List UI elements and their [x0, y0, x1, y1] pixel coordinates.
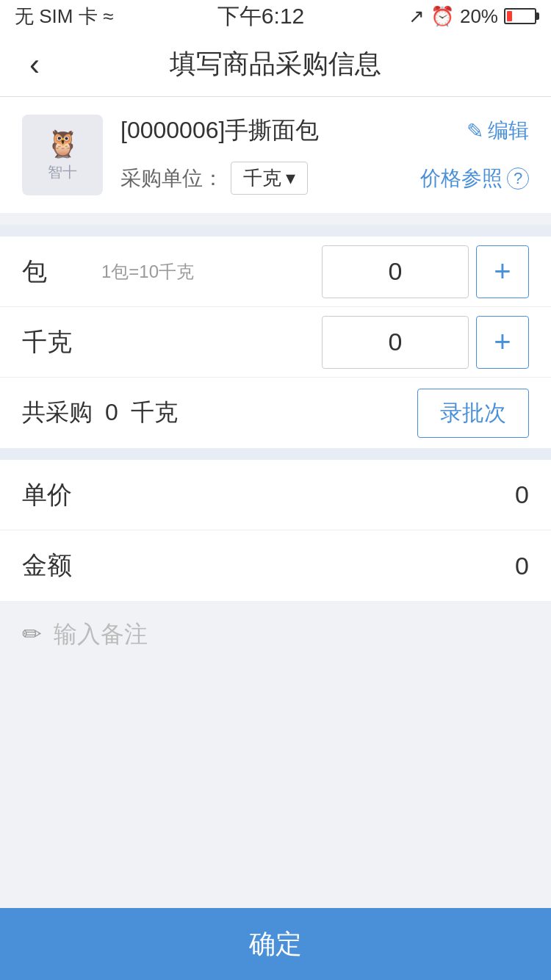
location-icon: ↗: [408, 5, 425, 28]
product-info: [0000006]手撕面包 ✎ 编辑 采购单位： 千克 ▾ 价格参照 ?: [120, 115, 529, 195]
product-name: [0000006]手撕面包: [120, 115, 319, 147]
summary-unit: 千克: [131, 399, 178, 425]
alarm-icon: ⏰: [431, 5, 454, 28]
kg-input-wrap: +: [322, 316, 529, 369]
kg-plus-button[interactable]: +: [476, 316, 529, 369]
product-name-row: [0000006]手撕面包 ✎ 编辑: [120, 115, 529, 147]
edit-button[interactable]: ✎ 编辑: [467, 117, 529, 145]
price-ref-label: 价格参照: [420, 165, 503, 192]
divider-1: [0, 225, 551, 237]
product-logo-icon: 🦉: [46, 129, 79, 159]
plus-icon: +: [494, 255, 511, 288]
unit-price-row: 单价 0: [0, 460, 551, 530]
confirm-button[interactable]: 确定: [0, 908, 551, 980]
unit-label: 采购单位：: [120, 165, 223, 192]
battery-percent: 20%: [460, 5, 498, 28]
bag-input[interactable]: [322, 245, 469, 298]
status-right: ↗ ⏰ 20%: [408, 5, 536, 28]
pencil-icon: ✏: [22, 620, 42, 648]
product-unit-row: 采购单位： 千克 ▾ 价格参照 ?: [120, 162, 529, 195]
help-icon: ?: [507, 167, 529, 190]
bag-sub-label: 1包=10千克: [101, 260, 322, 284]
edit-label: 编辑: [488, 117, 529, 145]
page-title: 填写商品采购信息: [170, 46, 381, 82]
plus-icon-2: +: [494, 325, 511, 359]
summary-text: 共采购 0 千克: [22, 397, 417, 429]
edit-icon: ✎: [467, 119, 483, 143]
chevron-down-icon: ▾: [286, 167, 295, 190]
summary-prefix: 共采购: [22, 399, 93, 425]
bag-input-wrap: +: [322, 245, 529, 298]
note-section: ✏ 输入备注: [0, 601, 551, 689]
amount-value: 0: [515, 552, 529, 580]
spacer: [0, 689, 551, 924]
back-button[interactable]: ‹: [22, 40, 47, 90]
price-section: 单价 0 金额 0: [0, 460, 551, 601]
amount-label: 金额: [22, 549, 515, 583]
status-left: 无 SIM 卡 ≈: [15, 4, 113, 29]
divider-2: [0, 448, 551, 460]
status-bar: 无 SIM 卡 ≈ 下午6:12 ↗ ⏰ 20%: [0, 0, 551, 32]
note-input[interactable]: 输入备注: [54, 619, 148, 651]
bag-input-row: 包 1包=10千克 +: [0, 237, 551, 307]
confirm-label: 确定: [249, 926, 302, 962]
kg-input[interactable]: [322, 316, 469, 369]
kg-label: 千克: [22, 325, 96, 359]
battery-icon: [504, 8, 536, 24]
product-card: 🦉 智十 [0000006]手撕面包 ✎ 编辑 采购单位： 千克 ▾ 价格参照 …: [0, 97, 551, 213]
unit-price-label: 单价: [22, 478, 515, 512]
record-batch-button[interactable]: 录批次: [417, 389, 529, 438]
nav-bar: ‹ 填写商品采购信息: [0, 32, 551, 97]
status-time: 下午6:12: [217, 1, 304, 32]
unit-value: 千克: [243, 165, 281, 191]
kg-input-row: 千克 +: [0, 307, 551, 378]
summary-amount: 0: [105, 399, 118, 425]
sim-status: 无 SIM 卡 ≈: [15, 4, 113, 29]
price-ref-button[interactable]: 价格参照 ?: [420, 165, 529, 192]
bag-label: 包: [22, 255, 96, 289]
product-image: 🦉 智十: [22, 115, 103, 195]
bag-section: 包 1包=10千克 + 千克 +: [0, 237, 551, 378]
amount-row: 金额 0: [0, 530, 551, 601]
bag-plus-button[interactable]: +: [476, 245, 529, 298]
product-image-text: 智十: [48, 162, 77, 182]
unit-select[interactable]: 千克 ▾: [231, 162, 308, 195]
unit-price-value: 0: [515, 480, 529, 509]
summary-row: 共采购 0 千克 录批次: [0, 378, 551, 448]
